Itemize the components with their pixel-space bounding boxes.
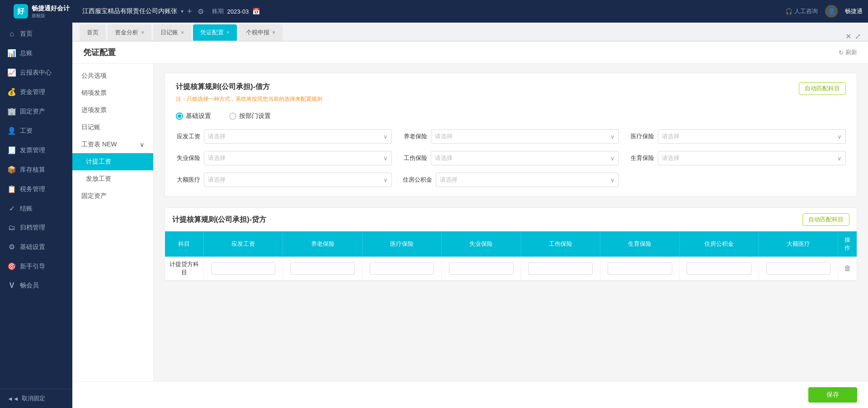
- sidebar-item-invoice-mgr[interactable]: 🧾 发票管理: [0, 141, 72, 160]
- sidebar-item-guide[interactable]: 🎯 新手引导: [0, 257, 72, 276]
- radio-department[interactable]: 按部门设置: [229, 112, 271, 120]
- sidebar-item-settlement[interactable]: ✓ 结账: [0, 199, 72, 218]
- add-account-button[interactable]: +: [187, 7, 192, 16]
- unemployment-select[interactable]: 请选择 ∨: [204, 151, 392, 165]
- close-tab-funds-analysis[interactable]: ×: [141, 29, 144, 36]
- credit-auto-match-button[interactable]: 自动匹配科目: [802, 213, 849, 226]
- form-item-maternity: 生育保险 请选择 ∨: [630, 151, 846, 165]
- sidebar-item-reports[interactable]: 📈 云报表中心: [0, 63, 72, 82]
- side-nav-journal[interactable]: 日记账: [72, 119, 153, 136]
- input-pension[interactable]: [290, 262, 355, 275]
- col-header-pension: 养老保险: [283, 231, 362, 257]
- input-work-injury[interactable]: [528, 262, 593, 275]
- pension-select[interactable]: 请选择 ∨: [431, 129, 619, 144]
- settings-icon[interactable]: ⚙: [198, 7, 204, 16]
- credit-table: 科目 应发工资 养老保险 医疗保险 失业保险 工伤保险 生育保险 住房公积金 大…: [165, 231, 857, 281]
- user-avatar[interactable]: 👤: [825, 5, 838, 18]
- medical-select[interactable]: 请选择 ∨: [658, 129, 846, 144]
- radio-basic[interactable]: 基础设置: [176, 112, 211, 120]
- delete-row-icon[interactable]: 🗑: [844, 264, 851, 272]
- sidebar-item-settings[interactable]: ⚙ 基础设置: [0, 237, 72, 257]
- side-nav-pay-salary[interactable]: 发放工资: [72, 170, 153, 188]
- refresh-button[interactable]: ↻ 刷新: [839, 48, 857, 56]
- company-dropdown-icon[interactable]: ▾: [181, 8, 184, 14]
- form-item-unemployment: 失业保险 请选择 ∨: [176, 151, 392, 165]
- top-bar: 好 畅捷通好会计 旗舰版 江西服宝精品有限责任公司内账张 ▾ + ⚙ 账期 20…: [0, 0, 868, 23]
- archive-icon: 🗂: [7, 224, 16, 232]
- maternity-label: 生育保险: [630, 154, 654, 162]
- side-nav-public[interactable]: 公共选项: [72, 67, 153, 84]
- input-housing-fund[interactable]: [687, 262, 751, 275]
- input-maternity[interactable]: [608, 262, 672, 275]
- main-content: 计提核算规则(公司承担)-借方 注：只能选择一种方式，系统将按照您当前的选择来配…: [154, 64, 868, 381]
- gross-salary-label: 应发工资: [176, 132, 200, 141]
- page-body: 公共选项 销项发票 进项发票 日记账 工资表 NEW ∨ 计提工资 发放工资 固…: [72, 64, 868, 381]
- content-area: 首页 资金分析 × 日记账 × 凭证配置 × 个税申报 × ✕ ⤢: [72, 23, 868, 408]
- sidebar-item-home[interactable]: ⌂ 首页: [0, 24, 72, 43]
- unemployment-label: 失业保险: [176, 154, 200, 162]
- housing-fund-select[interactable]: 请选择 ∨: [436, 173, 619, 187]
- side-nav-accrue-salary[interactable]: 计提工资: [72, 153, 153, 170]
- reports-icon: 📈: [7, 68, 16, 77]
- sidebar-item-assets[interactable]: 🏢 固定资产: [0, 102, 72, 121]
- close-all-tabs-icon[interactable]: ✕: [845, 32, 851, 41]
- work-injury-select[interactable]: 请选择 ∨: [431, 151, 619, 165]
- sidebar-item-tax[interactable]: 📋 税务管理: [0, 179, 72, 199]
- tab-bar: 首页 资金分析 × 日记账 × 凭证配置 × 个税申报 × ✕ ⤢: [72, 23, 868, 42]
- maternity-arrow-icon: ∨: [837, 155, 842, 162]
- row-label: 计提贷方科目: [165, 257, 203, 281]
- close-tab-journal[interactable]: ×: [181, 29, 184, 36]
- tab-voucher-config[interactable]: 凭证配置 ×: [193, 24, 237, 41]
- col-header-work-injury: 工伤保险: [521, 231, 600, 257]
- page-title: 凭证配置: [83, 47, 116, 58]
- new-badge: NEW: [102, 141, 117, 148]
- input-gross-salary[interactable]: [211, 262, 276, 275]
- sidebar-item-salary[interactable]: 👤 工资: [0, 121, 72, 141]
- large-medical-select[interactable]: 请选择 ∨: [204, 173, 392, 187]
- cancel-pin-button[interactable]: ◄◄ 取消固定: [0, 389, 72, 408]
- logo-area: 好 畅捷通好会计 旗舰版: [5, 4, 78, 19]
- col-header-unemployment: 失业保险: [442, 231, 521, 257]
- calendar-icon[interactable]: 📅: [252, 8, 260, 15]
- medical-label: 医疗保险: [630, 132, 654, 141]
- debit-auto-match-button[interactable]: 自动匹配科目: [799, 82, 846, 95]
- input-large-medical[interactable]: [766, 262, 831, 275]
- gross-salary-select[interactable]: 请选择 ∨: [204, 129, 392, 144]
- page-header: 凭证配置 ↻ 刷新: [72, 42, 868, 64]
- period-label: 账期: [212, 7, 224, 15]
- close-tab-tax-report[interactable]: ×: [272, 29, 275, 36]
- form-item-large-medical: 大额医疗 请选择 ∨: [176, 173, 392, 187]
- radio-group: 基础设置 按部门设置: [176, 112, 846, 120]
- sidebar-item-ledger[interactable]: 📊 总账: [0, 43, 72, 63]
- service-button[interactable]: 🎧 人工咨询: [785, 7, 818, 15]
- side-nav-purchase-invoice[interactable]: 进项发票: [72, 102, 153, 119]
- sidebar-item-archive[interactable]: 🗂 归档管理: [0, 218, 72, 237]
- side-nav-sales-invoice[interactable]: 销项发票: [72, 84, 153, 102]
- input-unemployment[interactable]: [449, 262, 514, 275]
- close-tab-voucher-config[interactable]: ×: [226, 29, 230, 36]
- tab-journal[interactable]: 日记账 ×: [153, 24, 191, 41]
- period-value: 2023-03: [227, 8, 249, 15]
- side-nav-fixed-assets[interactable]: 固定资产: [72, 188, 153, 205]
- sidebar-item-inventory[interactable]: 📦 库存核算: [0, 160, 72, 179]
- tab-funds-analysis[interactable]: 资金分析 ×: [108, 24, 151, 41]
- gross-salary-arrow-icon: ∨: [383, 133, 388, 140]
- input-medical[interactable]: [370, 262, 434, 275]
- chevron-down-icon: ∨: [140, 141, 144, 148]
- col-header-large-medical: 大额医疗: [759, 231, 838, 257]
- tab-tax-report[interactable]: 个税申报 ×: [239, 24, 283, 41]
- col-header-medical: 医疗保险: [362, 231, 441, 257]
- credit-section: 计提核算规则(公司承担)-贷方 自动匹配科目 科目 应发工资 养老保险 医疗保险…: [165, 207, 857, 281]
- tab-home[interactable]: 首页: [80, 24, 106, 41]
- save-button[interactable]: 保存: [808, 387, 857, 403]
- cell-gross-salary: [203, 257, 283, 281]
- refresh-icon: ↻: [839, 49, 844, 56]
- side-nav-salary-table[interactable]: 工资表 NEW ∨: [72, 136, 153, 153]
- expand-icon[interactable]: ⤢: [855, 32, 861, 41]
- maternity-select[interactable]: 请选择 ∨: [658, 151, 846, 165]
- sidebar-item-funds[interactable]: 💰 资金管理: [0, 82, 72, 102]
- sidebar-item-member[interactable]: V 畅会员: [0, 276, 72, 295]
- col-header-action: 操作: [838, 231, 857, 257]
- salary-icon: 👤: [7, 127, 16, 135]
- cell-medical: [362, 257, 441, 281]
